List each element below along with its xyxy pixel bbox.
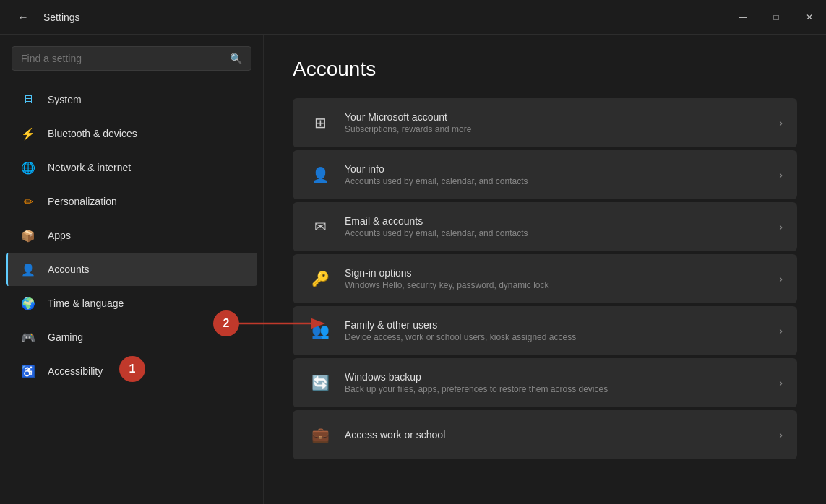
titlebar: ← Settings — □ ✕	[0, 0, 826, 35]
settings-text-your-info: Your info Accounts used by email, calend…	[345, 163, 767, 186]
window-controls: — □ ✕	[726, 0, 826, 35]
back-icon: ←	[17, 11, 29, 24]
nav-label-bluetooth: Bluetooth & devices	[48, 128, 137, 139]
close-icon: ✕	[806, 12, 813, 22]
search-box[interactable]: 🔍	[12, 46, 251, 71]
chevron-icon-family-users: ›	[779, 325, 783, 336]
nav-label-system: System	[48, 94, 82, 105]
page-title: Accounts	[293, 58, 797, 81]
settings-sub-your-info: Accounts used by email, calendar, and co…	[345, 176, 767, 186]
minimize-icon: —	[739, 12, 747, 22]
settings-item-email-accounts[interactable]: ✉ Email & accounts Accounts used by emai…	[293, 202, 797, 251]
chevron-icon-sign-in: ›	[779, 273, 783, 284]
settings-title-microsoft-account: Your Microsoft account	[345, 111, 767, 123]
settings-text-windows-backup: Windows backup Back up your files, apps,…	[345, 371, 767, 394]
nav-label-accounts: Accounts	[48, 264, 90, 275]
settings-icon-microsoft-account: ⊞	[307, 110, 333, 136]
minimize-button[interactable]: —	[726, 0, 760, 35]
settings-item-microsoft-account[interactable]: ⊞ Your Microsoft account Subscriptions, …	[293, 98, 797, 147]
sidebar-item-personalization[interactable]: ✏ Personalization	[6, 185, 257, 218]
nav-list: 🖥 System ⚡ Bluetooth & devices 🌐 Network…	[0, 83, 263, 388]
sidebar-item-accessibility[interactable]: ♿ Accessibility	[6, 355, 257, 388]
nav-icon-network: 🌐	[20, 160, 36, 175]
settings-icon-email-accounts: ✉	[307, 214, 333, 240]
sidebar-item-accounts[interactable]: 👤 Accounts	[6, 253, 257, 286]
nav-icon-gaming: 🎮	[20, 329, 36, 345]
chevron-icon-access-work: ›	[779, 429, 783, 440]
settings-title-sign-in: Sign-in options	[345, 267, 767, 279]
settings-list: ⊞ Your Microsoft account Subscriptions, …	[293, 98, 797, 459]
search-container: 🔍	[0, 46, 263, 82]
nav-icon-personalization: ✏	[20, 194, 36, 209]
settings-item-family-users[interactable]: 👥 Family & other users Device access, wo…	[293, 306, 797, 355]
nav-icon-bluetooth: ⚡	[20, 126, 36, 142]
settings-title-access-work: Access work or school	[345, 429, 767, 440]
settings-item-windows-backup[interactable]: 🔄 Windows backup Back up your files, app…	[293, 358, 797, 407]
settings-title-your-info: Your info	[345, 163, 767, 175]
settings-title-family-users: Family & other users	[345, 319, 767, 331]
app-layout: 🔍 🖥 System ⚡ Bluetooth & devices 🌐 Netwo…	[0, 35, 826, 504]
settings-item-your-info[interactable]: 👤 Your info Accounts used by email, cale…	[293, 150, 797, 199]
nav-icon-system: 🖥	[20, 92, 36, 108]
settings-sub-windows-backup: Back up your files, apps, preferences to…	[345, 384, 767, 394]
settings-icon-family-users: 👥	[307, 318, 333, 344]
app-title: Settings	[43, 12, 80, 23]
sidebar-item-system[interactable]: 🖥 System	[6, 83, 257, 116]
nav-label-gaming: Gaming	[48, 331, 83, 343]
nav-icon-accessibility: ♿	[20, 363, 36, 379]
sidebar-item-network[interactable]: 🌐 Network & internet	[6, 151, 257, 184]
close-button[interactable]: ✕	[793, 0, 826, 35]
nav-icon-apps: 📦	[20, 227, 36, 243]
settings-title-email-accounts: Email & accounts	[345, 215, 767, 227]
main-content: Accounts ⊞ Your Microsoft account Subscr…	[264, 35, 826, 504]
settings-item-access-work[interactable]: 💼 Access work or school ›	[293, 410, 797, 459]
settings-text-microsoft-account: Your Microsoft account Subscriptions, re…	[345, 111, 767, 134]
sidebar: 🔍 🖥 System ⚡ Bluetooth & devices 🌐 Netwo…	[0, 35, 264, 504]
settings-text-access-work: Access work or school	[345, 429, 767, 440]
nav-label-accessibility: Accessibility	[48, 365, 103, 377]
sidebar-item-time[interactable]: 🌍 Time & language	[6, 287, 257, 320]
nav-icon-time: 🌍	[20, 295, 36, 311]
chevron-icon-your-info: ›	[779, 169, 783, 181]
nav-label-network: Network & internet	[48, 162, 131, 173]
settings-sub-email-accounts: Accounts used by email, calendar, and co…	[345, 228, 767, 238]
chevron-icon-microsoft-account: ›	[779, 117, 783, 129]
search-icon: 🔍	[230, 53, 242, 64]
sidebar-item-gaming[interactable]: 🎮 Gaming	[6, 321, 257, 354]
nav-label-time: Time & language	[48, 297, 124, 309]
settings-title-windows-backup: Windows backup	[345, 371, 767, 383]
settings-text-sign-in: Sign-in options Windows Hello, security …	[345, 267, 767, 290]
back-button[interactable]: ←	[12, 6, 35, 29]
nav-icon-accounts: 👤	[20, 261, 36, 277]
settings-sub-sign-in: Windows Hello, security key, password, d…	[345, 280, 767, 290]
search-input[interactable]	[21, 53, 224, 64]
settings-item-sign-in[interactable]: 🔑 Sign-in options Windows Hello, securit…	[293, 254, 797, 303]
chevron-icon-email-accounts: ›	[779, 221, 783, 233]
settings-icon-sign-in: 🔑	[307, 266, 333, 292]
nav-label-apps: Apps	[48, 230, 71, 241]
settings-sub-family-users: Device access, work or school users, kio…	[345, 332, 767, 342]
sidebar-item-apps[interactable]: 📦 Apps	[6, 219, 257, 252]
settings-sub-microsoft-account: Subscriptions, rewards and more	[345, 124, 767, 134]
settings-text-family-users: Family & other users Device access, work…	[345, 319, 767, 342]
settings-icon-your-info: 👤	[307, 162, 333, 188]
maximize-button[interactable]: □	[760, 0, 793, 35]
nav-label-personalization: Personalization	[48, 196, 117, 207]
settings-text-email-accounts: Email & accounts Accounts used by email,…	[345, 215, 767, 238]
maximize-icon: □	[773, 12, 778, 22]
chevron-icon-windows-backup: ›	[779, 377, 783, 388]
sidebar-item-bluetooth[interactable]: ⚡ Bluetooth & devices	[6, 117, 257, 150]
settings-icon-access-work: 💼	[307, 422, 333, 448]
settings-icon-windows-backup: 🔄	[307, 370, 333, 396]
